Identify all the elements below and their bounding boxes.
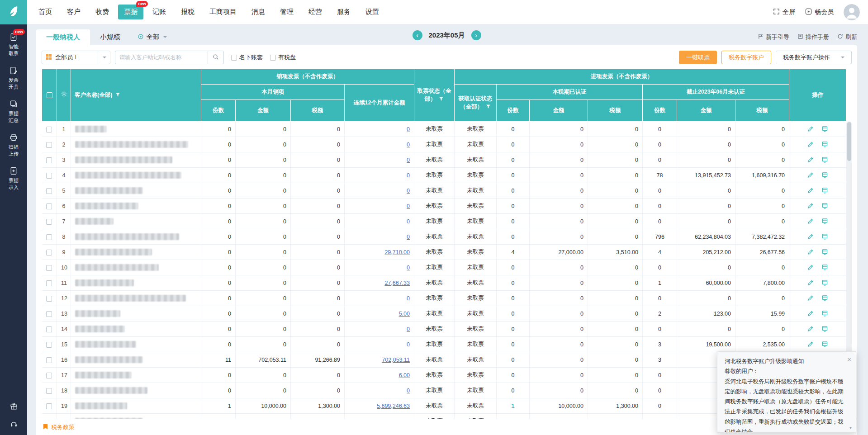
sidebar-item-invoice-entry[interactable]: 票据录入: [0, 162, 27, 195]
sidebar-item-scan-upload[interactable]: 扫描上传: [0, 128, 27, 162]
receipt-icon[interactable]: [821, 233, 828, 240]
edit-icon[interactable]: [807, 172, 814, 179]
nav-item-messages[interactable]: 消息: [246, 5, 271, 19]
tab-general-taxpayer[interactable]: 一般纳税人: [36, 29, 90, 45]
cumulative-amount-link[interactable]: 0: [407, 126, 410, 132]
receipt-icon[interactable]: [821, 326, 828, 332]
row-checkbox[interactable]: [46, 157, 52, 163]
row-checkbox[interactable]: [46, 265, 52, 271]
th-ticket-status[interactable]: 取票状态（全部）: [414, 69, 455, 122]
receipt-icon[interactable]: [821, 203, 828, 209]
cumulative-amount-link[interactable]: 5,699,246.63: [377, 403, 410, 409]
row-checkbox[interactable]: [46, 234, 52, 240]
cumulative-amount-link[interactable]: 0: [407, 295, 410, 302]
edit-icon[interactable]: [807, 218, 814, 225]
sidebar-item-smart-fetch[interactable]: 智能取票new: [0, 28, 27, 61]
cumulative-amount-link[interactable]: 0: [407, 172, 410, 179]
cumulative-amount-link[interactable]: 0: [407, 234, 410, 240]
nav-item-settings[interactable]: 设置: [360, 5, 385, 19]
cumulative-amount-link[interactable]: 5.00: [399, 311, 410, 317]
row-checkbox[interactable]: [46, 357, 52, 363]
nav-item-billing[interactable]: 收费: [90, 5, 115, 19]
select-all-checkbox[interactable]: [47, 92, 52, 98]
checkbox-own-accounts[interactable]: 名下账套: [231, 53, 263, 61]
row-checkbox[interactable]: [46, 127, 52, 132]
scope-select[interactable]: 全部: [138, 33, 167, 45]
cumulative-amount-link[interactable]: 0: [407, 142, 410, 148]
checkbox-box[interactable]: [270, 55, 276, 61]
receipt-icon[interactable]: [821, 341, 828, 348]
employee-select[interactable]: 全部员工: [42, 51, 110, 64]
cumulative-amount-link[interactable]: 6.00: [399, 372, 410, 378]
row-checkbox[interactable]: [46, 250, 52, 255]
search-input[interactable]: [115, 51, 208, 64]
close-icon[interactable]: ×: [847, 354, 851, 366]
row-checkbox[interactable]: [46, 296, 52, 302]
edit-icon[interactable]: [807, 326, 814, 332]
row-checkbox[interactable]: [46, 388, 52, 394]
row-checkbox[interactable]: [46, 326, 52, 332]
link-refresh[interactable]: 刷新: [837, 33, 857, 41]
nav-item-bookkeeping[interactable]: 记账: [147, 5, 172, 19]
checkbox-has-tax-disk[interactable]: 有税盘: [270, 53, 296, 61]
checkbox-box[interactable]: [231, 55, 237, 61]
month-next-button[interactable]: ›: [471, 30, 481, 40]
row-checkbox[interactable]: [46, 311, 52, 317]
cumulative-amount-link[interactable]: 0: [407, 188, 410, 194]
receipt-icon[interactable]: [821, 279, 828, 286]
row-checkbox[interactable]: [46, 280, 52, 286]
nav-item-customers[interactable]: 客户: [61, 5, 86, 19]
row-checkbox[interactable]: [46, 373, 52, 378]
receipt-icon[interactable]: [821, 310, 828, 317]
row-checkbox[interactable]: [46, 173, 52, 179]
receipt-icon[interactable]: [821, 295, 828, 302]
nav-item-home[interactable]: 首页: [33, 5, 58, 19]
receipt-icon[interactable]: [821, 218, 828, 225]
cumulative-amount-link[interactable]: 0: [407, 203, 410, 209]
receipt-icon[interactable]: [821, 264, 828, 271]
month-prev-button[interactable]: ‹: [412, 30, 422, 40]
notification-scroll-down-icon[interactable]: ▾: [849, 424, 852, 432]
receipt-icon[interactable]: [821, 249, 828, 255]
edit-icon[interactable]: [807, 310, 814, 317]
receipt-icon[interactable]: [821, 126, 828, 132]
row-checkbox[interactable]: [46, 188, 52, 194]
nav-item-services[interactable]: 服务: [331, 5, 356, 19]
receipt-icon[interactable]: [821, 187, 828, 194]
link-manual[interactable]: 操作手册: [797, 33, 829, 41]
nav-item-operation[interactable]: 经营: [303, 5, 328, 19]
edit-icon[interactable]: [807, 233, 814, 240]
tax-policy-link[interactable]: 税务政策: [43, 423, 75, 431]
link-guide[interactable]: 新手引导: [758, 33, 789, 41]
cumulative-amount-link[interactable]: 27,667.33: [384, 280, 410, 286]
edit-icon[interactable]: [807, 279, 814, 286]
tab-small-scale[interactable]: 小规模: [90, 29, 130, 45]
row-checkbox[interactable]: [46, 219, 52, 225]
cumulative-amount-link[interactable]: 0: [407, 326, 410, 332]
cumulative-amount-link[interactable]: 45,027.00: [384, 418, 410, 419]
edit-icon[interactable]: [807, 249, 814, 255]
row-checkbox[interactable]: [46, 342, 52, 348]
fetch-invoices-button[interactable]: 一键取票: [679, 51, 717, 64]
row-checkbox[interactable]: [46, 142, 52, 148]
row-checkbox[interactable]: [46, 403, 52, 409]
edit-icon[interactable]: [807, 187, 814, 194]
sidebar-item-invoice-issue[interactable]: 发票开具: [0, 61, 27, 95]
tax-account-ops-select[interactable]: 税务数字账户操作: [776, 51, 852, 64]
search-button[interactable]: [208, 51, 224, 64]
edit-icon[interactable]: [807, 126, 814, 132]
sidebar-item-invoice-summary[interactable]: 票据汇总: [0, 95, 27, 128]
member-button[interactable]: 畅会员: [805, 8, 834, 16]
cumulative-amount-link[interactable]: 29,710.00: [384, 249, 410, 255]
nav-item-tax-filing[interactable]: 报税: [175, 5, 200, 19]
th-cert-status[interactable]: 获取认证状态（全部）: [455, 85, 497, 122]
cumulative-amount-link[interactable]: 702,053.11: [382, 357, 410, 363]
app-logo[interactable]: [0, 0, 27, 24]
receipt-icon[interactable]: [821, 172, 828, 179]
receipt-icon[interactable]: [821, 141, 828, 148]
receipt-icon[interactable]: [821, 156, 828, 163]
th-customer-name[interactable]: 客户名称(全部): [71, 69, 201, 122]
scrollbar-thumb[interactable]: [847, 122, 851, 161]
row-checkbox[interactable]: [46, 203, 52, 209]
th-select-all[interactable]: [42, 69, 57, 122]
